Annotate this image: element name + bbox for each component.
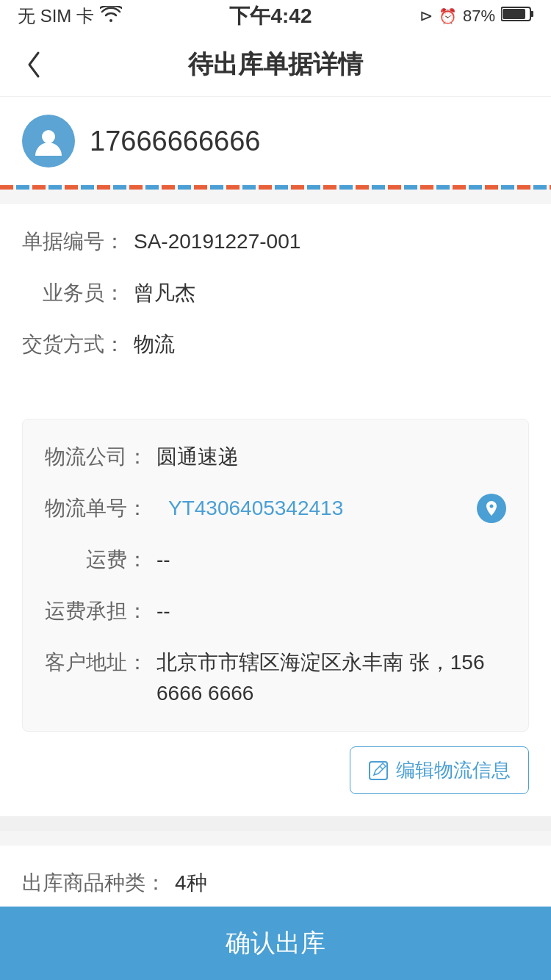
user-header: 17666666666 — [0, 97, 551, 185]
edit-logistics-button[interactable]: 编辑物流信息 — [350, 746, 529, 794]
tracking-row: 物流单号： YT4306405342413 — [45, 493, 506, 524]
freight-value: -- — [156, 544, 506, 575]
tracking-value: YT4306405342413 — [168, 493, 465, 524]
delivery-row: 交货方式： 物流 — [22, 329, 529, 360]
address-value: 北京市市辖区海淀区永丰南 张，156 6666 6666 — [156, 647, 506, 709]
svg-point-3 — [42, 130, 55, 143]
address-label: 客户地址： — [45, 647, 148, 678]
tracking-location-icon[interactable] — [477, 494, 506, 523]
bearer-value: -- — [156, 596, 506, 627]
delivery-value: 物流 — [134, 329, 529, 360]
confirm-button-label: 确认出库 — [226, 926, 325, 960]
order-no-row: 单据编号： SA-20191227-001 — [22, 226, 529, 257]
salesman-value: 曾凡杰 — [134, 278, 529, 309]
battery-icon — [501, 6, 533, 26]
freight-row: 运费： -- — [45, 544, 506, 575]
logistics-company-value: 圆通速递 — [156, 442, 506, 472]
carrier-text: 无 SIM 卡 — [18, 4, 94, 28]
user-phone: 17666666666 — [90, 126, 260, 157]
wifi-icon — [100, 6, 122, 26]
svg-rect-2 — [503, 9, 525, 19]
back-button[interactable] — [18, 48, 50, 81]
location-status-icon: ⊳ — [419, 7, 433, 26]
status-left: 无 SIM 卡 — [18, 4, 122, 28]
dashed-separator — [0, 185, 551, 190]
order-no-label: 单据编号： — [22, 226, 125, 257]
logistics-section: 物流公司： 圆通速递 物流单号： YT4306405342413 运费： -- … — [0, 382, 551, 816]
goods-type-row: 出库商品种类： 4种 — [22, 868, 529, 898]
freight-label: 运费： — [45, 544, 148, 575]
order-no-value: SA-20191227-001 — [134, 226, 529, 257]
battery-text: 87% — [463, 7, 495, 26]
salesman-row: 业务员： 曾凡杰 — [22, 278, 529, 309]
alarm-icon: ⏰ — [439, 7, 457, 25]
status-time: 下午4:42 — [229, 2, 311, 30]
svg-rect-1 — [530, 11, 533, 17]
bearer-label: 运费承担： — [45, 596, 148, 627]
goods-type-label: 出库商品种类： — [22, 868, 166, 898]
goods-type-value: 4种 — [175, 868, 529, 898]
logistics-company-row: 物流公司： 圆通速递 — [45, 442, 506, 472]
status-right: ⊳ ⏰ 87% — [419, 6, 533, 26]
section-divider-1 — [0, 816, 551, 831]
edit-btn-container: 编辑物流信息 — [22, 732, 529, 794]
avatar — [22, 115, 75, 167]
logistics-company-label: 物流公司： — [45, 442, 148, 472]
address-row: 客户地址： 北京市市辖区海淀区永丰南 张，156 6666 6666 — [45, 647, 506, 709]
tracking-label: 物流单号： — [45, 493, 148, 524]
logistics-card: 物流公司： 圆通速递 物流单号： YT4306405342413 运费： -- … — [22, 419, 529, 732]
nav-bar: 待出库单据详情 — [0, 32, 551, 97]
status-bar: 无 SIM 卡 下午4:42 ⊳ ⏰ 87% — [0, 0, 551, 32]
confirm-button[interactable]: 确认出库 — [0, 907, 551, 980]
page-title: 待出库单据详情 — [188, 48, 363, 82]
basic-info-section: 单据编号： SA-20191227-001 业务员： 曾凡杰 交货方式： 物流 — [0, 204, 551, 382]
delivery-label: 交货方式： — [22, 329, 125, 360]
edit-logistics-label: 编辑物流信息 — [396, 757, 511, 783]
bearer-row: 运费承担： -- — [45, 596, 506, 627]
salesman-label: 业务员： — [22, 278, 125, 309]
